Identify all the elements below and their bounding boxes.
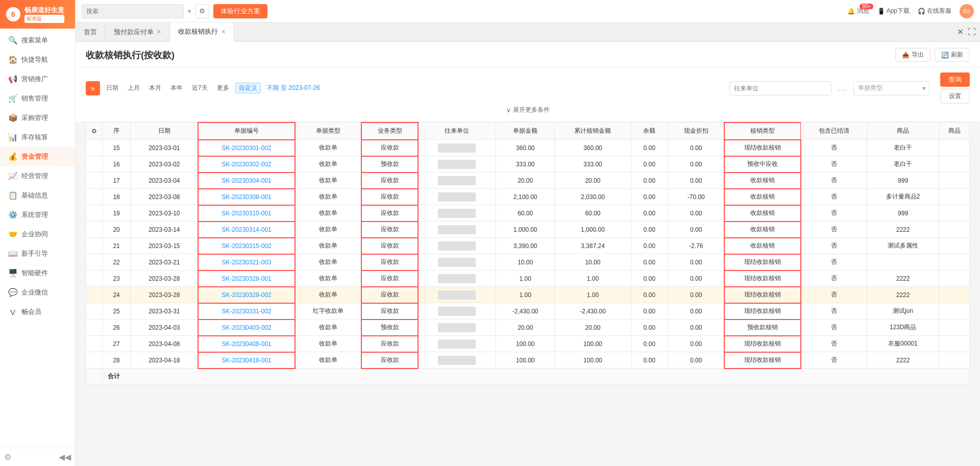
cell-partner: ████ <box>418 352 496 369</box>
bill-no-link[interactable]: SK-20230328-002 <box>222 291 271 299</box>
tab-prepay[interactable]: 预付款应付单✕ <box>106 22 170 41</box>
cell-settings[interactable] <box>86 336 103 352</box>
cell-includesettled: 否 <box>801 205 867 222</box>
dropdown-arrow-icon[interactable]: ▾ <box>188 8 191 15</box>
cell-billtype: 红字收款单 <box>295 303 361 320</box>
cell-partner: ████ <box>418 254 496 271</box>
cell-settings[interactable] <box>86 254 103 271</box>
cell-goods2 <box>939 287 970 303</box>
cell-partner: ████ <box>418 156 496 173</box>
collapse-icon[interactable]: ◀◀ <box>59 452 71 462</box>
avatar[interactable]: Rit <box>960 4 974 18</box>
sidebar-item-inventory[interactable]: 📊库存核算 <box>0 128 75 147</box>
bill-no-link[interactable]: SK-20230331-002 <box>222 308 271 315</box>
expand-more-btn[interactable]: ∨ 展开更多条件 <box>506 106 550 114</box>
bill-no-link[interactable]: SK-20230304-001 <box>222 177 271 184</box>
close-tab-icon[interactable]: ✕ <box>957 27 964 37</box>
bill-no-link[interactable]: SK-20230308-001 <box>222 193 271 201</box>
cell-totaloffset: 100.00 <box>555 336 631 352</box>
cell-settings[interactable] <box>86 173 103 189</box>
fullscreen-icon[interactable]: ⛶ <box>968 28 976 37</box>
cell-balance: 0.00 <box>631 189 668 205</box>
sidebar-item-basic[interactable]: 📋基础信息 <box>0 186 75 205</box>
bill-no-link[interactable]: SK-20230302-002 <box>222 161 271 168</box>
cell-settings[interactable] <box>86 303 103 320</box>
tab-home[interactable]: 首页 <box>76 22 106 41</box>
cell-goods: 2222 <box>867 271 939 287</box>
cell-billno: SK-20230301-002 <box>198 140 295 156</box>
tab-close-collection[interactable]: ✕ <box>221 29 226 35</box>
cell-date: 2023-03-15 <box>131 238 198 254</box>
cell-settings[interactable] <box>86 140 103 156</box>
cell-partner: ████ <box>418 189 496 205</box>
export-button[interactable]: 📤 导出 <box>895 48 930 62</box>
bill-no-link[interactable]: SK-20230301-002 <box>222 144 271 152</box>
cell-settings[interactable] <box>86 189 103 205</box>
cell-settings[interactable] <box>86 352 103 369</box>
more-filters-dots[interactable]: ... <box>838 84 847 93</box>
app-download-link[interactable]: 📱 App下载 <box>877 7 910 15</box>
cell-settings[interactable] <box>86 222 103 238</box>
sidebar-item-sales[interactable]: 🛒销售管理 <box>0 89 75 108</box>
cell-balance: 0.00 <box>631 140 668 156</box>
bill-no-link[interactable]: SK-20230403-002 <box>222 324 271 331</box>
filter-expand-button[interactable]: » <box>86 81 100 95</box>
date-last-7-days[interactable]: 近7天 <box>189 83 211 93</box>
tab-collection[interactable]: 收款核销执行✕ <box>170 22 234 42</box>
date-custom-btn[interactable]: 自定义 <box>235 83 261 93</box>
date-more[interactable]: 更多 <box>214 83 232 93</box>
query-button[interactable]: 查询 <box>940 72 970 87</box>
sidebar-item-marketing[interactable]: 📢营销推广 <box>0 69 75 89</box>
cell-totaloffset: 333.00 <box>555 156 631 173</box>
col-billtype-header: 单据类型 <box>295 122 361 140</box>
bill-no-link[interactable]: SK-20230310-001 <box>222 210 271 217</box>
cell-date: 2023-03-01 <box>131 140 198 156</box>
settings-icon[interactable]: ⚙ <box>4 452 11 462</box>
cell-offsettype: 收款核销 <box>724 173 800 189</box>
date-last-month[interactable]: 上月 <box>125 83 143 93</box>
sidebar-item-wechat[interactable]: 💬企业微信 <box>0 283 75 302</box>
cell-settings[interactable] <box>86 320 103 336</box>
online-service-link[interactable]: 🎧 在线客服 <box>918 7 951 15</box>
sidebar-item-member[interactable]: V畅会员 <box>0 302 75 322</box>
sidebar-item-operations[interactable]: 📈经营管理 <box>0 166 75 186</box>
filter-expand-row: ∨ 展开更多条件 <box>86 104 970 116</box>
bill-no-link[interactable]: SK-20230315-002 <box>222 242 271 250</box>
bill-no-link[interactable]: SK-20230328-001 <box>222 275 271 282</box>
cell-offsettype: 预收中应收 <box>724 156 800 173</box>
solution-button[interactable]: 体验行业方案 <box>213 4 267 18</box>
cell-billno: SK-20230321-003 <box>198 254 295 271</box>
date-this-month[interactable]: 本月 <box>146 83 164 93</box>
sidebar-item-quicknav[interactable]: 🏠快捷导航 <box>0 50 75 69</box>
bill-no-link[interactable]: SK-20230314-001 <box>222 226 271 233</box>
setting-button[interactable]: 设置 <box>940 89 970 104</box>
notice-button[interactable]: 🔔 消息 99+ <box>847 7 869 15</box>
date-this-year[interactable]: 本年 <box>167 83 186 93</box>
gear-button[interactable]: ⚙ <box>195 4 209 18</box>
sidebar-item-search[interactable]: 🔍搜索菜单 <box>0 31 75 50</box>
refresh-button[interactable]: 🔄 刷新 <box>935 48 970 62</box>
sidebar-item-label: 新手引导 <box>21 249 48 258</box>
cell-settings[interactable] <box>86 205 103 222</box>
cell-goods: 2222 <box>867 222 939 238</box>
cell-settings[interactable] <box>86 287 103 303</box>
cell-settings[interactable] <box>86 156 103 173</box>
bill-type-select[interactable]: 单据类型 ▾ <box>853 81 930 95</box>
tab-close-prepay[interactable]: ✕ <box>157 29 161 35</box>
bill-no-link[interactable]: SK-20230321-003 <box>222 259 271 266</box>
bill-no-link[interactable]: SK-20230408-001 <box>222 340 271 348</box>
partner-input[interactable] <box>729 81 831 95</box>
search-input[interactable] <box>82 4 184 18</box>
bill-no-link[interactable]: SK-20230418-001 <box>222 357 271 364</box>
col-settings-header[interactable]: ⚙ <box>86 122 103 140</box>
filter-bar: » 日期 上月 本月 本年 近7天 更多 自定义 不限 至 2023-07-26… <box>76 67 980 122</box>
cell-settings[interactable] <box>86 238 103 254</box>
sidebar-item-system[interactable]: ⚙️系统管理 <box>0 205 75 225</box>
sidebar-item-collab[interactable]: 🤝企业协同 <box>0 225 75 244</box>
sidebar-item-hardware[interactable]: 🖥️智能硬件 <box>0 263 75 283</box>
sidebar-item-purchase[interactable]: 📦采购管理 <box>0 108 75 128</box>
cell-balance: 0.00 <box>631 173 668 189</box>
sidebar-item-finance[interactable]: 💰资金管理 <box>0 147 75 166</box>
cell-settings[interactable] <box>86 271 103 287</box>
sidebar-item-guide[interactable]: 📖新手引导 <box>0 244 75 263</box>
